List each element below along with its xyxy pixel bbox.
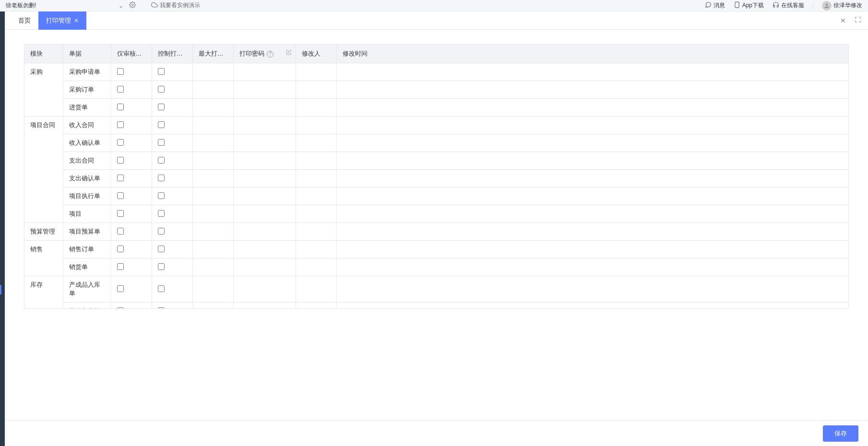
cell-max-print: [192, 170, 233, 188]
tabbar-right: ✕: [838, 14, 868, 26]
content: 模块 单据 仅审核后... 控制打印... 最大打印... 打印密码 ?: [5, 30, 868, 446]
checkbox-after-audit[interactable]: [117, 210, 124, 217]
table-scroll[interactable]: 模块 单据 仅审核后... 控制打印... 最大打印... 打印密码 ?: [24, 45, 848, 308]
checkbox-after-audit[interactable]: [117, 157, 124, 164]
chevron-down-icon: ⌄: [119, 2, 123, 9]
checkbox-control-print[interactable]: [158, 68, 165, 75]
phone-icon: [734, 1, 740, 10]
cell-document: 采购订单: [63, 81, 111, 99]
save-button[interactable]: 保存: [823, 425, 858, 442]
tab-home[interactable]: 首页: [11, 12, 38, 30]
topbar: 徐老板勿删! ⌄ 我要看实例演示 消息 App下载: [0, 0, 868, 12]
table-row: 采购订单: [24, 81, 848, 99]
cell-after-audit: [111, 258, 152, 276]
checkbox-control-print[interactable]: [158, 157, 165, 164]
checkbox-control-print[interactable]: [158, 86, 165, 93]
checkbox-control-print[interactable]: [158, 121, 165, 128]
checkbox-after-audit[interactable]: [117, 263, 124, 270]
cell-max-print: [192, 152, 233, 170]
cell-max-print: [192, 276, 233, 303]
checkbox-after-audit[interactable]: [117, 175, 124, 181]
cell-after-audit: [111, 117, 152, 134]
cell-document: 产成品入库单: [63, 276, 111, 303]
table-row: 销售销售订单: [24, 241, 848, 258]
checkbox-after-audit[interactable]: [117, 192, 124, 199]
checkbox-control-print[interactable]: [158, 104, 165, 110]
cell-after-audit: [111, 63, 152, 81]
cell-print-password: [233, 241, 296, 258]
checkbox-control-print[interactable]: [158, 263, 165, 270]
online-service-action[interactable]: 在线客服: [773, 1, 804, 10]
th-control-print: 控制打印...: [152, 45, 192, 63]
cloud-icon: [151, 1, 158, 10]
help-icon[interactable]: ?: [267, 51, 273, 58]
checkbox-after-audit[interactable]: [117, 307, 124, 309]
cell-modifier: [296, 276, 336, 303]
th-modifier: 修改人: [296, 45, 336, 63]
th-max-print: 最大打印...: [192, 45, 233, 63]
edit-icon[interactable]: [286, 49, 292, 57]
cell-print-password: [233, 205, 296, 223]
checkbox-control-print[interactable]: [158, 192, 165, 199]
demo-link[interactable]: 我要看实例演示: [151, 1, 200, 10]
checkbox-after-audit[interactable]: [117, 86, 124, 93]
checkbox-after-audit[interactable]: [117, 104, 124, 110]
divider: [813, 2, 813, 9]
table-wrap: 模块 单据 仅审核后... 控制打印... 最大打印... 打印密码 ?: [24, 44, 849, 309]
topbar-right: 消息 App下载 在线客服 徐泽华修改: [705, 1, 862, 11]
th-modify-time: 修改时间: [336, 45, 848, 63]
cell-control-print: [152, 205, 192, 223]
checkbox-after-audit[interactable]: [117, 246, 124, 252]
cell-max-print: [192, 99, 233, 117]
message-action[interactable]: 消息: [705, 1, 725, 10]
cell-module: 采购: [24, 63, 63, 117]
cell-modify-time: [336, 223, 848, 241]
cell-modify-time: [336, 258, 848, 276]
cell-modifier: [296, 117, 336, 134]
cell-control-print: [152, 117, 192, 134]
cell-print-password: [233, 258, 296, 276]
checkbox-after-audit[interactable]: [117, 285, 124, 292]
fullscreen-icon[interactable]: [853, 14, 863, 26]
cell-control-print: [152, 303, 192, 309]
cell-document: 项目预算单: [63, 223, 111, 241]
cell-document: 支出合同: [63, 152, 111, 170]
checkbox-control-print[interactable]: [158, 175, 165, 181]
close-all-icon[interactable]: ✕: [838, 15, 848, 26]
close-icon[interactable]: ✕: [74, 17, 79, 24]
message-label: 消息: [713, 1, 725, 10]
cell-modifier: [296, 134, 336, 152]
cell-after-audit: [111, 81, 152, 99]
layout: 首页 打印管理 ✕ ✕ 模块: [0, 12, 868, 446]
cell-modify-time: [336, 117, 848, 134]
checkbox-control-print[interactable]: [158, 139, 165, 146]
checkbox-after-audit[interactable]: [117, 68, 124, 75]
cell-modifier: [296, 170, 336, 188]
cell-print-password: [233, 99, 296, 117]
checkbox-control-print[interactable]: [158, 210, 165, 217]
gear-icon[interactable]: [129, 1, 136, 10]
cell-document: 采购申请单: [63, 63, 111, 81]
cell-max-print: [192, 241, 233, 258]
checkbox-control-print[interactable]: [158, 246, 165, 252]
checkbox-control-print[interactable]: [158, 307, 165, 309]
cell-max-print: [192, 188, 233, 205]
checkbox-control-print[interactable]: [158, 228, 165, 235]
checkbox-after-audit[interactable]: [117, 121, 124, 128]
checkbox-control-print[interactable]: [158, 285, 165, 292]
company-select[interactable]: 徐老板勿删! ⌄: [6, 1, 123, 10]
cell-max-print: [192, 134, 233, 152]
checkbox-after-audit[interactable]: [117, 228, 124, 235]
app-download-action[interactable]: App下载: [734, 1, 764, 10]
tab-print-mgmt[interactable]: 打印管理 ✕: [38, 12, 86, 30]
table-row: 收入确认单: [24, 134, 848, 152]
company-name: 徐老板勿删!: [6, 1, 36, 10]
checkbox-after-audit[interactable]: [117, 139, 124, 146]
svg-rect-1: [735, 2, 739, 8]
footer: 保存: [5, 420, 868, 446]
cell-modifier: [296, 258, 336, 276]
user-menu[interactable]: 徐泽华修改: [822, 1, 862, 11]
cell-document: 其他入库单: [63, 303, 111, 309]
cell-module: 项目合同: [24, 117, 63, 223]
cell-module: 销售: [24, 241, 63, 276]
